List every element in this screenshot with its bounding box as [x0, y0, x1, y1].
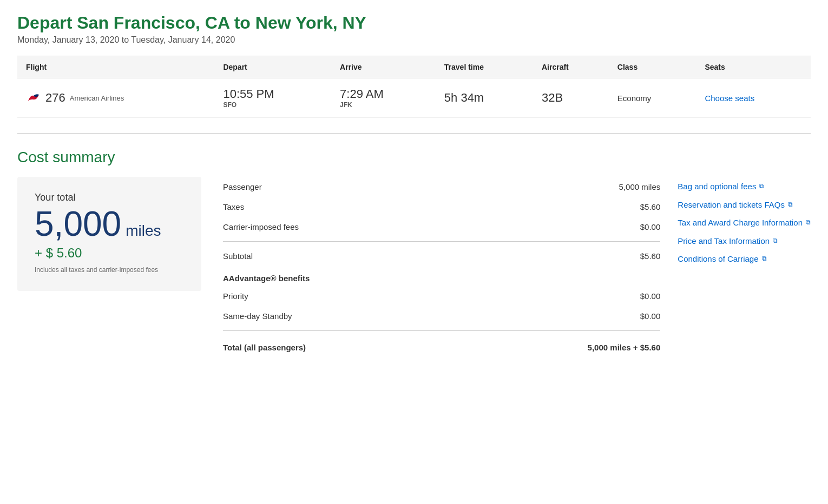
table-row: 276 American Airlines 10:55 PM SFO 7:29 … [17, 78, 811, 118]
subtotal-row: Subtotal $5.60 [223, 246, 660, 266]
depart-airport: SFO [223, 101, 323, 109]
cost-links: Bag and optional fees ⧉ Reservation and … [678, 177, 811, 354]
arrive-time: 7:29 AM [340, 87, 427, 101]
bag-fees-link[interactable]: Bag and optional fees ⧉ [678, 181, 811, 192]
external-link-icon: ⧉ [762, 255, 767, 263]
external-link-icon: ⧉ [773, 237, 778, 246]
page-title: Depart San Francisco, CA to New York, NY [17, 13, 811, 33]
taxes-label: Taxes [223, 202, 244, 211]
external-link-icon: ⧉ [759, 182, 764, 191]
total-divider [223, 330, 660, 331]
total-value: 5,000 miles + $5.60 [588, 343, 661, 352]
taxes-row: Taxes $5.60 [223, 197, 660, 217]
travel-time-cell: 5h 34m [436, 78, 533, 118]
col-travel-time: Travel time [436, 56, 533, 78]
airline-name: American Airlines [70, 94, 124, 102]
includes-text: Includes all taxes and carrier-imposed f… [35, 266, 184, 274]
page-subtitle: Monday, January 13, 2020 to Tuesday, Jan… [17, 35, 811, 45]
priority-row: Priority $0.00 [223, 286, 660, 306]
tax-award-label: Tax and Award Charge Information [678, 217, 803, 228]
cost-summary-title: Cost summary [17, 149, 811, 166]
external-link-icon: ⧉ [806, 218, 811, 227]
arrive-cell: 7:29 AM JFK [331, 78, 436, 118]
standby-row: Same-day Standby $0.00 [223, 306, 660, 326]
cost-layout: Your total 5,000miles + $ 5.60 Includes … [17, 177, 811, 354]
miles-display: 5,000miles [35, 207, 184, 241]
carrier-fees-row: Carrier-imposed fees $0.00 [223, 217, 660, 237]
passenger-label: Passenger [223, 182, 262, 191]
your-total-label: Your total [35, 192, 184, 203]
subtotal-label: Subtotal [223, 251, 253, 261]
depart-cell: 10:55 PM SFO [214, 78, 331, 118]
breakdown-and-links: Passenger 5,000 miles Taxes $5.60 Carrie… [223, 177, 811, 354]
airline-logo-icon [26, 90, 41, 105]
class-value: Economy [617, 94, 652, 103]
total-row: Total (all passengers) 5,000 miles + $5.… [223, 335, 660, 354]
seats-cell[interactable]: Choose seats [696, 78, 811, 118]
flight-cell: 276 American Airlines [26, 90, 206, 105]
plus-cash: + $ 5.60 [35, 246, 184, 261]
tax-award-link[interactable]: Tax and Award Charge Information ⧉ [678, 217, 811, 228]
standby-value: $0.00 [606, 311, 660, 321]
price-tax-link[interactable]: Price and Tax Information ⧉ [678, 236, 811, 247]
travel-time-value: 5h 34m [444, 91, 484, 104]
standby-label: Same-day Standby [223, 311, 292, 321]
conditions-label: Conditions of Carriage [678, 254, 758, 264]
passenger-row: Passenger 5,000 miles [223, 177, 660, 197]
aircraft-cell: 32B [533, 78, 609, 118]
carrier-fees-value: $0.00 [606, 222, 660, 231]
col-depart: Depart [214, 56, 331, 78]
total-box: Your total 5,000miles + $ 5.60 Includes … [17, 177, 201, 291]
aircraft-value: 32B [542, 91, 563, 104]
subtotal-divider [223, 241, 660, 242]
taxes-value: $5.60 [606, 202, 660, 211]
price-tax-label: Price and Tax Information [678, 236, 770, 247]
col-seats: Seats [696, 56, 811, 78]
flight-number: 276 [45, 91, 65, 105]
col-flight: Flight [17, 56, 214, 78]
col-aircraft: Aircraft [533, 56, 609, 78]
class-cell: Economy [609, 78, 696, 118]
external-link-icon: ⧉ [788, 201, 793, 209]
subtotal-value: $5.60 [606, 251, 660, 261]
priority-value: $0.00 [606, 291, 660, 301]
reservation-faqs-link[interactable]: Reservation and tickets FAQs ⧉ [678, 200, 811, 210]
cost-breakdown: Passenger 5,000 miles Taxes $5.60 Carrie… [223, 177, 660, 354]
col-class: Class [609, 56, 696, 78]
depart-time: 10:55 PM [223, 87, 323, 101]
flight-table: Flight Depart Arrive Travel time Aircraf… [17, 56, 811, 118]
priority-label: Priority [223, 291, 248, 301]
section-divider [17, 133, 811, 134]
conditions-link[interactable]: Conditions of Carriage ⧉ [678, 254, 811, 264]
miles-label: miles [126, 222, 161, 239]
bag-fees-label: Bag and optional fees [678, 181, 756, 192]
benefits-header: AAdvantage® benefits [223, 266, 660, 286]
arrive-airport: JFK [340, 101, 427, 109]
miles-amount: 5,000 [35, 204, 121, 243]
choose-seats-link[interactable]: Choose seats [705, 94, 754, 103]
passenger-value: 5,000 miles [606, 182, 660, 191]
total-label: Total (all passengers) [223, 343, 306, 352]
col-arrive: Arrive [331, 56, 436, 78]
carrier-fees-label: Carrier-imposed fees [223, 222, 299, 231]
reservation-faqs-label: Reservation and tickets FAQs [678, 200, 785, 210]
